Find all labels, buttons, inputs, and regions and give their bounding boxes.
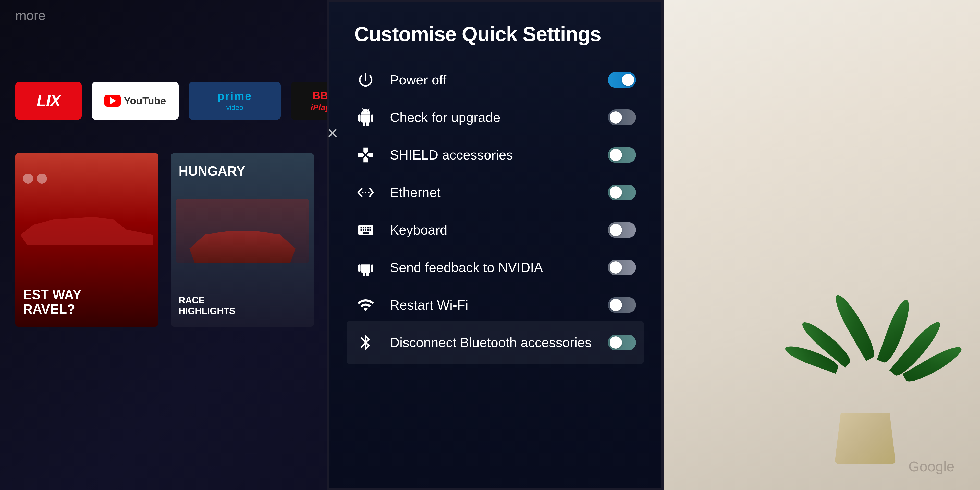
settings-item-ethernet[interactable]: Ethernet — [354, 174, 636, 211]
hungary-text: HUNGARY — [179, 163, 245, 179]
ethernet-icon — [354, 181, 377, 204]
android-icon — [354, 106, 377, 129]
toggle-knob-5 — [610, 224, 622, 236]
settings-item-bluetooth[interactable]: Disconnect Bluetooth accessories — [347, 321, 644, 364]
bluetooth-label: Disconnect Bluetooth accessories — [390, 335, 608, 350]
keyboard-toggle[interactable] — [608, 222, 636, 238]
plant-pot — [835, 414, 896, 465]
wifi-label: Restart Wi-Fi — [390, 298, 608, 313]
power-icon — [354, 68, 377, 91]
plant-decoration — [801, 286, 929, 465]
more-text: more — [15, 8, 45, 23]
bluetooth-toggle[interactable] — [608, 334, 636, 350]
toggle-knob-6 — [610, 261, 622, 274]
power-off-toggle[interactable] — [608, 72, 636, 88]
close-button[interactable]: ✕ — [327, 125, 339, 142]
apps-row: LIX YouTube prime video BBC iPlayer — [0, 82, 357, 120]
keyboard-label: Keyboard — [390, 222, 608, 238]
bluetooth-icon — [354, 331, 377, 354]
toggle-knob-7 — [610, 299, 622, 311]
shield-accessories-label: SHIELD accessories — [390, 147, 608, 162]
hungary-card[interactable]: HUNGARY RACEHIGHLIGHTS — [171, 153, 314, 327]
feedback-label: Send feedback to NVIDIA — [390, 260, 608, 275]
car-silhouette — [189, 227, 296, 263]
settings-title: Customise Quick Settings — [354, 22, 636, 46]
f1-card[interactable]: EST WAYRAVEL? — [15, 153, 158, 327]
play-icon — [110, 97, 116, 104]
plant-leaves — [809, 286, 921, 418]
settings-panel: Customise Quick Settings Power off — [329, 2, 662, 488]
race-highlights-text: RACEHIGHLIGHTS — [179, 295, 235, 317]
prime-label: prime — [218, 90, 252, 103]
ethernet-toggle[interactable] — [608, 185, 636, 200]
wifi-toggle[interactable] — [608, 297, 636, 313]
f1-card-label: EST WAYRAVEL? — [23, 287, 81, 317]
netflix-app[interactable]: LIX — [15, 82, 82, 120]
youtube-label: YouTube — [124, 95, 166, 107]
check-upgrade-label: Check for upgrade — [390, 110, 608, 125]
settings-item-shield[interactable]: SHIELD accessories — [354, 136, 636, 174]
wifi-icon — [354, 293, 377, 317]
youtube-app[interactable]: YouTube — [92, 82, 179, 120]
toggle-knob — [622, 74, 634, 86]
youtube-icon — [104, 95, 121, 107]
keyboard-icon — [354, 218, 377, 242]
power-off-label: Power off — [390, 72, 608, 88]
settings-item-power-off[interactable]: Power off — [354, 61, 636, 99]
toggle-knob-2 — [610, 111, 622, 124]
prime-app[interactable]: prime video — [189, 82, 281, 120]
dot-2 — [37, 173, 47, 184]
google-watermark: Google — [908, 458, 955, 475]
gamepad-icon — [354, 143, 377, 166]
feedback-icon — [354, 256, 377, 279]
dot-1 — [23, 173, 33, 184]
settings-list: Power off Check for upgrade — [354, 61, 636, 364]
prime-sub-label: video — [226, 103, 243, 112]
car-shape — [21, 204, 153, 255]
feedback-toggle[interactable] — [608, 259, 636, 275]
f1-dots — [23, 173, 47, 184]
toggle-knob-8 — [610, 336, 622, 348]
settings-item-keyboard[interactable]: Keyboard — [354, 211, 636, 249]
tv-frame: Customise Quick Settings Power off — [327, 0, 663, 490]
check-upgrade-toggle[interactable] — [608, 110, 636, 125]
shield-toggle[interactable] — [608, 147, 636, 163]
settings-item-wifi[interactable]: Restart Wi-Fi — [354, 286, 636, 324]
settings-item-check-upgrade[interactable]: Check for upgrade — [354, 99, 636, 136]
ethernet-label: Ethernet — [390, 185, 608, 200]
real-world-background: Google — [663, 0, 980, 490]
toggle-knob-3 — [610, 149, 622, 161]
toggle-knob-4 — [610, 186, 622, 199]
settings-item-feedback[interactable]: Send feedback to NVIDIA — [354, 249, 636, 286]
